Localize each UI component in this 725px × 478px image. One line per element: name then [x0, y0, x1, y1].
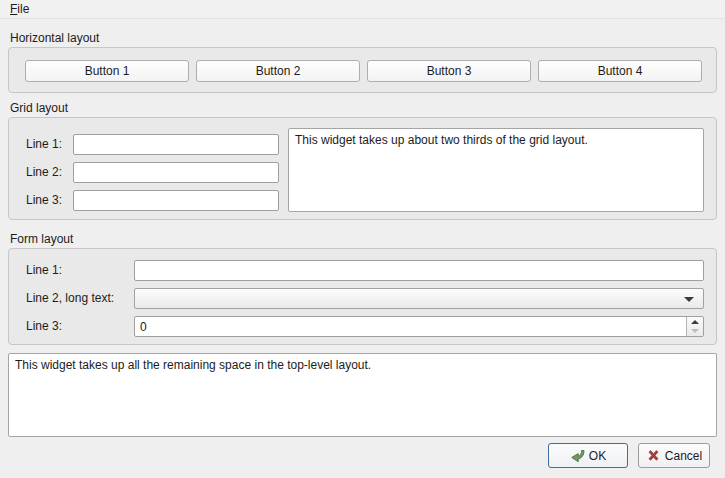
form-line2-combobox[interactable]: [134, 288, 704, 309]
form-line3-label: Line 3:: [26, 316, 62, 337]
menu-bar: File: [0, 0, 725, 19]
ok-button[interactable]: OK: [548, 443, 628, 468]
form-line1-label: Line 1:: [26, 260, 62, 281]
button-4[interactable]: Button 4: [538, 60, 702, 82]
form-layout-group-box: Line 1: Line 2, long text: Line 3:: [8, 248, 717, 345]
horizontal-layout-group-title: Horizontal layout: [10, 31, 99, 45]
grid-line2-input[interactable]: [73, 162, 279, 183]
button-2[interactable]: Button 2: [196, 60, 360, 82]
dialog-button-row: OK Cancel: [548, 443, 710, 468]
grid-layout-group-title: Grid layout: [10, 101, 68, 115]
grid-text-edit[interactable]: This widget takes up about two thirds of…: [288, 128, 704, 212]
spinbox-buttons: [686, 317, 703, 336]
cancel-button-label: Cancel: [665, 449, 702, 463]
horizontal-button-row: Button 1 Button 2 Button 3 Button 4: [25, 60, 702, 82]
chevron-down-icon: [684, 297, 694, 302]
ok-button-label: OK: [589, 449, 606, 463]
grid-layout-group-box: Line 1: Line 2: Line 3: This widget take…: [8, 117, 717, 220]
form-line3-spinbox: [134, 316, 704, 337]
spin-up-button[interactable]: [687, 317, 703, 327]
button-1[interactable]: Button 1: [25, 60, 189, 82]
grid-line1-input[interactable]: [73, 134, 279, 155]
bottom-text-edit[interactable]: This widget takes up all the remaining s…: [8, 353, 717, 437]
arrow-up-icon: [691, 320, 699, 324]
grid-line2-label: Line 2:: [26, 162, 62, 183]
grid-line1-label: Line 1:: [26, 134, 62, 155]
form-layout-group-title: Form layout: [10, 232, 73, 246]
grid-line3-label: Line 3:: [26, 190, 62, 211]
arrow-down-icon: [691, 329, 699, 333]
spin-down-button[interactable]: [687, 327, 703, 337]
form-line1-input[interactable]: [134, 260, 704, 281]
cancel-button[interactable]: Cancel: [638, 443, 710, 468]
grid-line3-input[interactable]: [73, 190, 279, 211]
menu-file[interactable]: File: [3, 1, 36, 18]
basic-layouts-dialog: File Horizontal layout Button 1 Button 2…: [0, 0, 725, 478]
button-3[interactable]: Button 3: [367, 60, 531, 82]
horizontal-layout-group-box: Button 1 Button 2 Button 3 Button 4: [8, 47, 717, 93]
cancel-icon: [646, 448, 662, 464]
ok-icon: [570, 448, 586, 464]
spinbox-input[interactable]: [135, 317, 686, 336]
form-line2-label: Line 2, long text:: [26, 288, 114, 309]
